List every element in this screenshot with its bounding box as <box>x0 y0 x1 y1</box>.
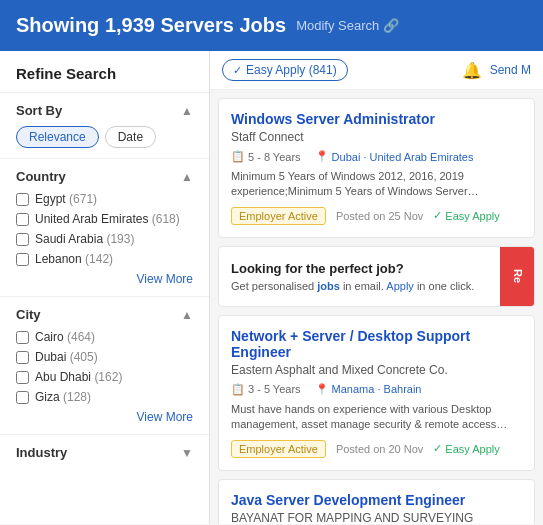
sort-by-label: Sort By <box>16 103 62 118</box>
industry-label: Industry <box>16 445 67 460</box>
list-item: Lebanon (142) <box>16 252 193 266</box>
page-title: Showing 1,939 Servers Jobs <box>16 14 286 37</box>
job-footer: Employer Active Posted on 25 Nov ✓ Easy … <box>231 207 522 225</box>
bell-icon[interactable]: 🔔 <box>462 61 482 80</box>
briefcase-icon: 📋 <box>231 150 245 163</box>
industry-section: Industry ▼ <box>0 435 209 470</box>
years-meta: 📋 5 - 8 Years <box>231 150 301 163</box>
job-title[interactable]: Network + Server / Desktop Support Engin… <box>231 328 522 360</box>
job-card: Network + Server / Desktop Support Engin… <box>218 315 535 471</box>
header: Showing 1,939 Servers Jobs Modify Search… <box>0 0 543 51</box>
easy-apply-label: Easy Apply (841) <box>246 63 337 77</box>
company-name: Eastern Asphalt and Mixed Concrete Co. <box>231 363 522 377</box>
job-description: Minimum 5 Years of Windows 2012, 2016, 2… <box>231 169 522 200</box>
country-egypt-checkbox[interactable] <box>16 193 29 206</box>
perfect-job-heading: Looking for the perfect job? <box>231 261 474 276</box>
perfect-job-subtext: Get personalised jobs in email. Apply in… <box>231 280 474 292</box>
modify-search-link[interactable]: Modify Search 🔗 <box>296 18 399 33</box>
link-icon: 🔗 <box>383 18 399 33</box>
list-item: United Arab Emirates (618) <box>16 212 193 226</box>
sort-relevance-button[interactable]: Relevance <box>16 126 99 148</box>
job-footer: Employer Active Posted on 20 Nov ✓ Easy … <box>231 440 522 458</box>
city-dubai-checkbox[interactable] <box>16 351 29 364</box>
country-view-more-link[interactable]: View More <box>16 272 193 286</box>
job-results-panel: ✓ Easy Apply (841) 🔔 Send M Windows Serv… <box>210 51 543 524</box>
company-name: Staff Connect <box>231 130 522 144</box>
location-meta: 📍 Dubai · United Arab Emirates <box>315 150 474 163</box>
job-description: Must have hands on experience with vario… <box>231 402 522 433</box>
employer-active-badge: Employer Active <box>231 440 326 458</box>
location-icon: 📍 <box>315 383 329 396</box>
posted-date: Posted on 20 Nov <box>336 443 423 455</box>
job-card: Windows Server Administrator Staff Conne… <box>218 98 535 238</box>
years-meta: 📋 3 - 5 Years <box>231 383 301 396</box>
location-meta: 📍 Manama · Bahrain <box>315 383 422 396</box>
country-lebanon-checkbox[interactable] <box>16 253 29 266</box>
city-label: City <box>16 307 41 322</box>
sort-date-button[interactable]: Date <box>105 126 156 148</box>
list-item: Dubai (405) <box>16 350 193 364</box>
city-cairo-checkbox[interactable] <box>16 331 29 344</box>
sort-by-collapse-icon[interactable]: ▲ <box>181 104 193 118</box>
checkmark-icon: ✓ <box>433 442 442 455</box>
refine-search-title: Refine Search <box>0 51 209 93</box>
country-collapse-icon[interactable]: ▲ <box>181 170 193 184</box>
filter-bar: ✓ Easy Apply (841) 🔔 Send M <box>210 51 543 90</box>
job-title[interactable]: Java Server Development Engineer <box>231 492 522 508</box>
location-icon: 📍 <box>315 150 329 163</box>
list-item: Cairo (464) <box>16 330 193 344</box>
list-item: Egypt (671) <box>16 192 193 206</box>
list-item: Abu Dhabi (162) <box>16 370 193 384</box>
easy-apply-job-link[interactable]: ✓ Easy Apply <box>433 442 499 455</box>
city-abudhabi-checkbox[interactable] <box>16 371 29 384</box>
posted-date: Posted on 25 Nov <box>336 210 423 222</box>
employer-active-badge: Employer Active <box>231 207 326 225</box>
country-uae-checkbox[interactable] <box>16 213 29 226</box>
send-me-label[interactable]: Send M <box>490 63 531 77</box>
perfect-job-text: Looking for the perfect job? Get persona… <box>231 261 474 292</box>
sort-buttons: Relevance Date <box>16 126 193 148</box>
job-meta: 📋 3 - 5 Years 📍 Manama · Bahrain <box>231 383 522 396</box>
city-collapse-icon[interactable]: ▲ <box>181 308 193 322</box>
city-section: City ▲ Cairo (464) Dubai (405) Abu Dhabi… <box>0 297 209 435</box>
list-item: Saudi Arabia (193) <box>16 232 193 246</box>
register-button[interactable]: Re <box>500 247 535 306</box>
job-meta: 📋 5 - 8 Years 📍 Dubai · United Arab Emir… <box>231 150 522 163</box>
job-card: Java Server Development Engineer BAYANAT… <box>218 479 535 524</box>
sort-by-section: Sort By ▲ Relevance Date <box>0 93 209 159</box>
checkmark-icon: ✓ <box>433 209 442 222</box>
checkmark-icon: ✓ <box>233 64 242 77</box>
sidebar: Refine Search Sort By ▲ Relevance Date C… <box>0 51 210 524</box>
city-giza-checkbox[interactable] <box>16 391 29 404</box>
easy-apply-filter-tag[interactable]: ✓ Easy Apply (841) <box>222 59 348 81</box>
briefcase-icon: 📋 <box>231 383 245 396</box>
country-section: Country ▲ Egypt (671) United Arab Emirat… <box>0 159 209 297</box>
list-item: Giza (128) <box>16 390 193 404</box>
country-saudi-checkbox[interactable] <box>16 233 29 246</box>
apply-link[interactable]: Apply <box>386 280 414 292</box>
jobs-link[interactable]: jobs <box>317 280 340 292</box>
industry-collapse-icon[interactable]: ▼ <box>181 446 193 460</box>
easy-apply-job-link[interactable]: ✓ Easy Apply <box>433 209 499 222</box>
company-name: BAYANAT FOR MAPPING AND SURVEYING SERVIC… <box>231 511 522 524</box>
city-view-more-link[interactable]: View More <box>16 410 193 424</box>
job-title[interactable]: Windows Server Administrator <box>231 111 522 127</box>
perfect-job-card: Looking for the perfect job? Get persona… <box>218 246 535 307</box>
main-layout: Refine Search Sort By ▲ Relevance Date C… <box>0 51 543 524</box>
country-label: Country <box>16 169 66 184</box>
